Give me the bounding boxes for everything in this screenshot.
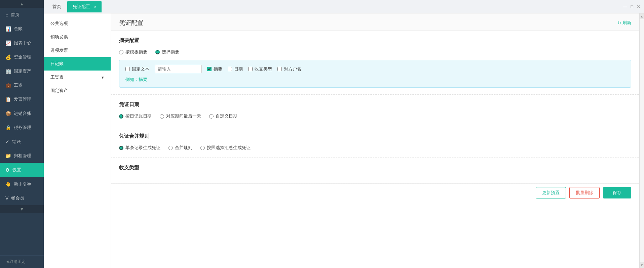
merge-radio-summary[interactable]: 按照选择汇总生成凭证 (200, 145, 251, 151)
tab-voucher-config[interactable]: 凭证配置 × (67, 1, 102, 12)
window-close-button[interactable]: ✕ (637, 4, 641, 9)
tax-icon: 🔒 (5, 125, 11, 130)
main-area: 首页 凭证配置 × — □ ✕ 公共选项 销项发票 进项发票 日记账 (44, 0, 644, 268)
checkbox-counterpart-input[interactable] (277, 67, 282, 71)
summary-radio-select[interactable]: 选择摘要 (155, 49, 179, 55)
summary-radio-row: 按模板摘要 选择摘要 (119, 49, 631, 55)
left-nav-sales[interactable]: 销项发票 (44, 30, 111, 44)
vip-icon: V (5, 195, 8, 201)
left-nav-payroll[interactable]: 工资表 ▾ (44, 71, 111, 84)
settings-icon: ⚙ (5, 167, 10, 173)
merge-radio-single[interactable]: 单条记录生成凭证 (119, 145, 160, 151)
left-nav-journal[interactable]: 日记账 (44, 57, 111, 71)
merge-radio-rule-input[interactable] (168, 146, 173, 150)
summary-radio-select-input[interactable] (155, 50, 160, 54)
report-icon: 📈 (5, 40, 11, 46)
date-radio-last-day-input[interactable] (160, 114, 164, 119)
income-type-section: 收支类型 (111, 158, 639, 183)
merge-radio-summary-input[interactable] (200, 146, 205, 150)
merge-rules-section: 凭证合并规则 单条记录生成凭证 合并规则 按照选择汇总生成凭证 (111, 126, 639, 158)
date-radio-journal-input[interactable] (119, 114, 123, 119)
sidebar-item-funds[interactable]: 💰 资金管理 (0, 50, 44, 64)
tab-actions: — □ ✕ (623, 4, 641, 9)
tab-close-button[interactable]: × (94, 5, 96, 9)
checkbox-fixed-text-input[interactable] (125, 67, 130, 71)
save-button[interactable]: 保存 (603, 187, 631, 198)
summary-config-section: 摘要配置 按模板摘要 选择摘要 固定文本 (111, 31, 639, 95)
minimize-button[interactable]: — (623, 4, 627, 9)
archive-icon: 📁 (5, 153, 11, 159)
page-title: 凭证配置 (119, 19, 143, 27)
date-radio-journal[interactable]: 按日记账日期 (119, 113, 152, 119)
voucher-date-radio-row: 按日记账日期 对应期间最后一天 自定义日期 (119, 113, 631, 119)
left-nav-purchase[interactable]: 进项发票 (44, 44, 111, 57)
date-radio-custom-input[interactable] (209, 114, 214, 119)
left-nav-fixed-assets[interactable]: 固定资产 (44, 84, 111, 97)
maximize-button[interactable]: □ (631, 4, 633, 9)
fixed-text-input[interactable] (155, 65, 202, 73)
sidebar-item-fixed-assets[interactable]: 🏢 固定资产 (0, 64, 44, 78)
summary-options-row: 固定文本 摘要 日期 收支类型 (125, 65, 625, 73)
sidebar-item-ledger[interactable]: 📊 总账 (0, 22, 44, 36)
home-icon: ⌂ (5, 12, 8, 17)
sidebar-scroll-up[interactable]: ▲ (0, 0, 44, 8)
update-preview-button[interactable]: 更新预置 (536, 187, 566, 198)
content-area: 公共选项 销项发票 进项发票 日记账 工资表 ▾ 固定资产 凭证配置 (44, 13, 644, 268)
sidebar-item-guide[interactable]: 🤚 新手引导 (0, 177, 44, 191)
summary-radio-template[interactable]: 按模板摘要 (119, 49, 147, 55)
date-radio-custom[interactable]: 自定义日期 (209, 113, 237, 119)
sidebar-item-invoice[interactable]: 📋 发票管理 (0, 92, 44, 106)
income-type-title: 收支类型 (119, 165, 631, 171)
batch-delete-button[interactable]: 批量删除 (569, 187, 600, 198)
refresh-button[interactable]: ↻ 刷新 (617, 20, 631, 26)
summary-section-title: 摘要配置 (119, 37, 631, 44)
chevron-down-icon: ▾ (102, 75, 104, 80)
merge-radio-single-input[interactable] (119, 146, 123, 150)
trade-icon: 📦 (5, 111, 11, 116)
sidebar-item-trade[interactable]: 📦 进销台账 (0, 106, 44, 121)
sidebar-scroll-down[interactable]: ▼ (0, 205, 44, 213)
assets-icon: 🏢 (5, 69, 11, 74)
sidebar-unpin[interactable]: ◄取消固定 (0, 255, 44, 268)
left-nav: 公共选项 销项发票 进项发票 日记账 工资表 ▾ 固定资产 (44, 13, 111, 268)
sidebar-item-settings[interactable]: ⚙ 设置 (0, 163, 44, 177)
checkbox-counterpart[interactable]: 对方户名 (277, 66, 301, 72)
invoice-icon: 📋 (5, 97, 11, 102)
outer-scrollbar: ▲ ▼ (639, 13, 644, 268)
sidebar-item-settle[interactable]: ✓ 结账 (0, 135, 44, 149)
scroll-down-arrow[interactable]: ▼ (640, 262, 644, 268)
merge-rules-title: 凭证合并规则 (119, 133, 631, 139)
summary-radio-template-input[interactable] (119, 50, 123, 54)
ledger-icon: 📊 (5, 26, 11, 32)
date-radio-last-day[interactable]: 对应期间最后一天 (160, 113, 201, 119)
merge-rules-radio-row: 单条记录生成凭证 合并规则 按照选择汇总生成凭证 (119, 145, 631, 151)
voucher-date-title: 凭证日期 (119, 101, 631, 108)
sidebar-item-tax[interactable]: 🔒 税务管理 (0, 121, 44, 135)
left-nav-public[interactable]: 公共选项 (44, 17, 111, 30)
checkbox-summary[interactable]: 摘要 (207, 66, 222, 72)
sidebar: ▲ ⌂ 首页 📊 总账 📈 报表中心 💰 资金管理 🏢 固定资产 💼 工资 📋 … (0, 0, 44, 268)
tab-home[interactable]: 首页 (47, 1, 67, 12)
sidebar-item-report[interactable]: 📈 报表中心 (0, 36, 44, 50)
voucher-date-section: 凭证日期 按日记账日期 对应期间最后一天 自定义日期 (111, 95, 639, 126)
checkbox-summary-input[interactable] (207, 67, 212, 71)
settle-icon: ✓ (5, 139, 9, 144)
bottom-action-bar: 更新预置 批量删除 保存 (111, 183, 639, 202)
checkbox-income-type-input[interactable] (248, 67, 253, 71)
checkbox-income-type[interactable]: 收支类型 (248, 66, 272, 72)
checkbox-date[interactable]: 日期 (228, 66, 243, 72)
refresh-icon: ↻ (617, 20, 621, 26)
sidebar-item-salary[interactable]: 💼 工资 (0, 78, 44, 92)
sidebar-item-vip[interactable]: V 畅会员 (0, 191, 44, 205)
checkbox-fixed-text[interactable]: 固定文本 (125, 66, 149, 72)
merge-radio-rule[interactable]: 合并规则 (168, 145, 192, 151)
sidebar-item-home[interactable]: ⌂ 首页 (0, 8, 44, 22)
tab-bar: 首页 凭证配置 × — □ ✕ (44, 0, 644, 13)
salary-icon: 💼 (5, 83, 11, 88)
guide-icon: 🤚 (5, 181, 11, 187)
right-content: 凭证配置 ↻ 刷新 摘要配置 按模板摘要 选择摘要 (111, 13, 639, 268)
sidebar-item-archive[interactable]: 📁 归档管理 (0, 149, 44, 163)
funds-icon: 💰 (5, 54, 11, 60)
scroll-up-arrow[interactable]: ▲ (640, 13, 644, 19)
checkbox-date-input[interactable] (228, 67, 232, 71)
